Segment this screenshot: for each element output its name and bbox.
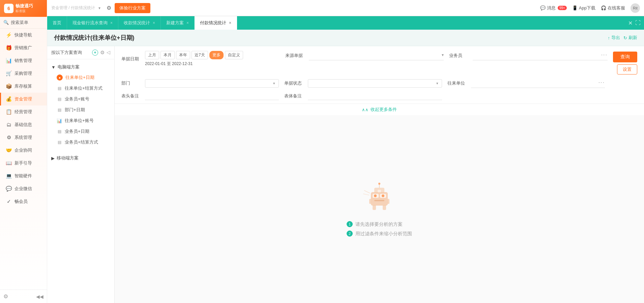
sidebar-item-sales[interactable]: 📊 销售管理 [0,54,47,67]
topbar-right: 💬 消息 99+ 📱 App下载 🎧 在线客服 Rit [540,3,640,13]
tab-close-all-icon[interactable]: ✕ [628,20,633,26]
tab-cash-flow[interactable]: 现金银行流水查询 × [67,16,118,30]
sidebar-item-member[interactable]: ✓ 畅会员 [0,195,47,208]
hint-number-2: 2 [347,231,353,237]
scheme-settings-icon[interactable]: ⚙ [100,50,105,56]
online-service-label: 在线客服 [608,5,625,11]
tab-close-icon[interactable]: × [186,21,189,25]
date-btn-this-month[interactable]: 本月 [160,51,175,59]
operation-icon: 📋 [6,109,12,115]
staff-input[interactable] [473,51,601,59]
collapse-more-conditions[interactable]: ∧∧ 收起更多条件 [115,103,644,115]
tab-close-icon[interactable]: × [110,21,113,25]
filter-date-field: 单据日期 上月 本月 本年 近7天 更多 自定义 20 [121,51,280,67]
tab-new-scheme[interactable]: 新建方案 × [161,16,195,30]
sidebar-item-quick-nav[interactable]: ⚡ 快捷导航 [0,29,47,41]
export-button[interactable]: ↑ 导出 [608,35,620,41]
scheme-item-counterpart-date[interactable]: ● 往来单位+日期 [47,72,114,83]
sidebar-item-inventory[interactable]: 📦 库存核算 [0,80,47,93]
inventory-icon: 📦 [6,83,12,89]
svg-rect-9 [383,205,386,210]
scheme-collapse-button[interactable]: ◁ [107,50,110,56]
tab-expand-icon[interactable]: ⛶ [635,20,641,26]
collapse-up-icon: ∧∧ [362,107,369,112]
date-btn-last-month[interactable]: 上月 [145,51,159,59]
scheme-item-label: 业务员+日期 [65,128,89,134]
action-buttons: 查询 设置 [613,51,637,74]
sidebar-item-label: 采购管理 [14,70,32,77]
refresh-button[interactable]: ↻ 刷新 [623,35,637,41]
sidebar-item-hardware[interactable]: 💻 智能硬件 [0,170,47,182]
sidebar-item-purchase[interactable]: 🛒 采购管理 [0,67,47,80]
date-btn-custom[interactable]: 自定义 [225,51,243,59]
source-dropdown-icon[interactable]: ▾ [442,53,444,57]
source-input[interactable] [309,51,437,59]
docstatus-select[interactable]: ▾ [308,79,442,88]
date-btn-this-year[interactable]: 本年 [176,51,190,59]
date-filter-control: 上月 本月 本年 近7天 更多 自定义 2022-01-01 至 2022-12… [145,51,280,67]
tab-receivable[interactable]: 收款情况统计 × [118,16,161,30]
sidebar-item-operation[interactable]: 📋 经营管理 [0,105,47,118]
sidebar-brand: 畅捷通巧 标准版 [16,3,33,13]
counterpart-input[interactable] [471,79,598,86]
filter-dept-field: 部门 ▾ [121,79,279,88]
refresh-label: 刷新 [628,35,637,41]
system-icon: ⚙ [6,134,12,141]
sidebar-item-guide[interactable]: 📖 新手引导 [0,157,47,170]
scheme-desktop-group-title[interactable]: ▼ 电脑端方案 [47,62,114,72]
scheme-item-staff-settle[interactable]: ▤ 业务员+结算方式 [47,137,114,148]
messages-button[interactable]: 💬 消息 99+ [540,5,567,11]
sidebar-settings-icon[interactable]: ⚙ [3,293,8,300]
date-btn-7days[interactable]: 近7天 [192,51,208,59]
scheme-panel-header-actions: + ⚙ ◁ [92,50,110,56]
scheme-item-counterpart-settle[interactable]: ▤ 往来单位+结算方式 [47,83,114,94]
scheme-add-button[interactable]: + [92,50,98,56]
scheme-item-staff-date[interactable]: ▤ 业务员+日期 [47,126,114,137]
user-avatar[interactable]: Rit [631,3,640,13]
filter-counterpart-field: 往来单位 ··· [447,79,605,88]
topbar-chevron-icon[interactable]: ▾ [98,6,100,10]
sidebar-item-cooperation[interactable]: 🤝 企业协同 [0,144,47,157]
scheme-mobile-group-title[interactable]: ▶ 移动端方案 [47,153,114,163]
tabbar: 首页 现金银行流水查询 × 收款情况统计 × 新建方案 × 付款情况统计 × ✕… [47,16,644,30]
counterpart-more-icon[interactable]: ··· [598,80,605,86]
staff-more-icon[interactable]: ··· [601,52,608,58]
dept-select[interactable]: ▾ [145,79,279,88]
scheme-item-staff-account[interactable]: ▤ 业务员+账号 [47,94,114,104]
tab-cash-flow-label: 现金银行流水查询 [72,20,108,26]
sidebar-item-marketing[interactable]: 🎁 营销推广 [0,41,47,54]
filter-body-note-field: 表体备注 [284,92,442,100]
scheme-item-dept-date[interactable]: ▤ 部门+日期 [47,104,114,115]
topbar-settings-icon[interactable]: ⚙ [107,5,111,11]
body-note-input[interactable] [308,92,442,100]
query-button[interactable]: 查询 [613,52,637,62]
tab-close-icon[interactable]: × [229,21,231,25]
date-btn-more[interactable]: 更多 [209,51,224,59]
scheme-table-icon: ▤ [57,140,62,145]
sidebar-item-wechat[interactable]: 💬 企业微信 [0,182,47,195]
sidebar-item-finance[interactable]: 💰 资金管理 [0,93,47,105]
date-filter-label: 单据日期 [121,56,142,62]
download-icon: 📱 [572,5,578,10]
tab-close-icon[interactable]: × [153,21,155,25]
sidebar-search[interactable]: 🔍 搜索菜单 [0,17,47,29]
online-service-button[interactable]: 🎧 在线客服 [601,5,625,11]
tab-payment-stat[interactable]: 付款情况统计 × [195,16,237,30]
sidebar-item-label: 企业微信 [14,186,32,192]
collapse-label: 收起更多条件 [371,107,397,113]
header-note-input[interactable] [145,92,279,100]
docstatus-filter-label: 单据状态 [284,80,304,86]
sidebar-item-system[interactable]: ⚙ 系统管理 [0,131,47,144]
sidebar-collapse-btn[interactable]: ◀◀ [36,294,43,299]
trial-button[interactable]: 体验行业方案 [115,3,150,13]
sidebar-item-basic[interactable]: 🗂 基础信息 [0,118,47,131]
tab-home[interactable]: 首页 [47,16,67,30]
filter-settings-button[interactable]: 设置 [617,64,637,74]
guide-icon: 📖 [6,160,12,166]
counterpart-filter-label: 往来单位 [447,80,468,86]
body-note-control [308,92,442,100]
app-download-button[interactable]: 📱 App下载 [572,5,595,11]
tab-new-scheme-label: 新建方案 [166,20,184,26]
empty-hints: 1 请先选择要分析的方案 2 用过滤条件来缩小分析范围 [347,219,412,238]
scheme-item-counterpart-account[interactable]: 📊 往来单位+账号 [47,115,114,126]
